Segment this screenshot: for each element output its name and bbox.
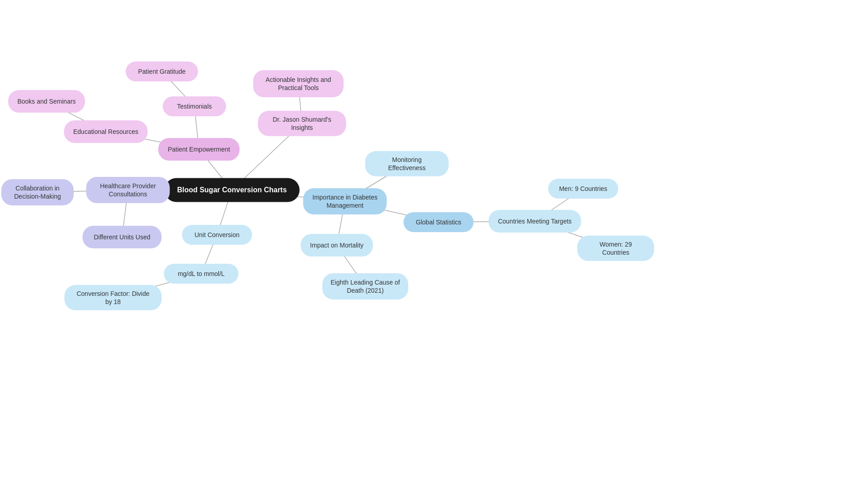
mgdl-mmol-node[interactable]: mg/dL to mmol/L (164, 264, 239, 284)
conversion-factor-node[interactable]: Conversion Factor: Divide by 18 (65, 285, 162, 310)
actionable-insights-node[interactable]: Actionable Insights and Practical Tools (253, 70, 344, 97)
monitoring-effectiveness-node[interactable]: Monitoring Effectiveness (365, 151, 449, 176)
testimonials-node[interactable]: Testimonials (163, 96, 226, 116)
impact-mortality-node[interactable]: Impact on Mortality (301, 234, 373, 257)
importance-diabetes-node[interactable]: Importance in Diabetes Management (303, 188, 387, 214)
books-seminars-node[interactable]: Books and Seminars (8, 90, 85, 113)
educational-resources-node[interactable]: Educational Resources (64, 120, 148, 143)
different-units-node[interactable]: Different Units Used (83, 226, 162, 248)
mind-map: Blood Sugar Conversion ChartsPatient Emp… (0, 0, 868, 490)
men-countries-node[interactable]: Men: 9 Countries (548, 179, 618, 199)
healthcare-provider-node[interactable]: Healthcare Provider Consultations (86, 177, 170, 203)
patient-empowerment-node[interactable]: Patient Empowerment (158, 138, 240, 161)
collaboration-node[interactable]: Collaboration in Decision-Making (1, 179, 74, 205)
center-node[interactable]: Blood Sugar Conversion Charts (165, 178, 300, 202)
global-statistics-node[interactable]: Global Statistics (404, 212, 474, 232)
dr-jason-node[interactable]: Dr. Jason Shumard's Insights (258, 111, 346, 136)
women-countries-node[interactable]: Women: 29 Countries (577, 236, 654, 261)
patient-gratitude-node[interactable]: Patient Gratitude (126, 62, 198, 81)
unit-conversion-node[interactable]: Unit Conversion (182, 225, 252, 245)
countries-meeting-node[interactable]: Countries Meeting Targets (489, 210, 581, 233)
eighth-leading-node[interactable]: Eighth Leading Cause of Death (2021) (322, 273, 408, 300)
